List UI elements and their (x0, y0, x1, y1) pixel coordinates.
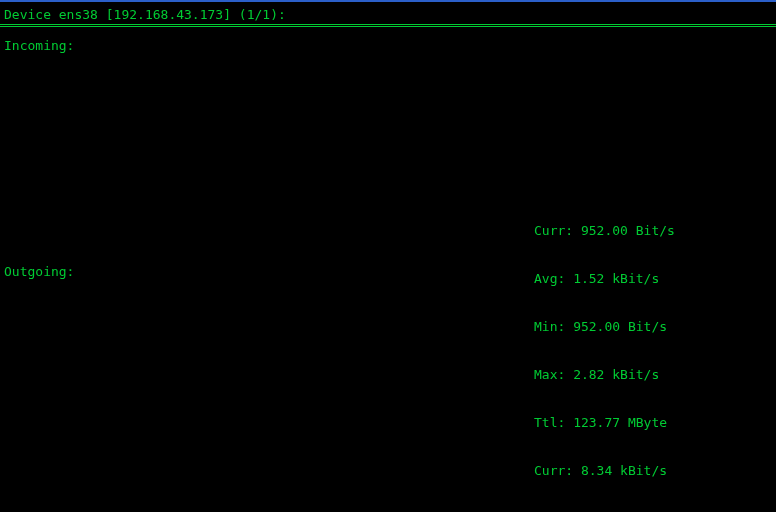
device-header: Device ens38 [192.168.43.173] (1/1): (4, 7, 286, 23)
incoming-ttl-label: Ttl: (534, 415, 573, 430)
incoming-curr-label: Curr: (534, 223, 581, 238)
device-prefix: Device (4, 7, 59, 22)
device-position: (1/1) (239, 7, 278, 22)
incoming-ttl-value: 123.77 MByte (573, 415, 667, 430)
incoming-avg-row: Avg: 1.52 kBit/s (534, 271, 675, 287)
incoming-min-row: Min: 952.00 Bit/s (534, 319, 675, 335)
incoming-stats-block: Curr: 952.00 Bit/s Avg: 1.52 kBit/s Min:… (534, 191, 675, 463)
incoming-avg-label: Avg: (534, 271, 573, 286)
outgoing-stats-block: Curr: 8.34 kBit/s Avg: 8.07 kBit/s Min: … (534, 431, 667, 512)
incoming-max-label: Max: (534, 367, 573, 382)
incoming-max-value: 2.82 kBit/s (573, 367, 659, 382)
outgoing-curr-label: Curr: (534, 463, 581, 478)
device-name: ens38 (59, 7, 98, 22)
incoming-label: Incoming: (4, 38, 74, 54)
incoming-min-label: Min: (534, 319, 573, 334)
incoming-avg-value: 1.52 kBit/s (573, 271, 659, 286)
incoming-ttl-row: Ttl: 123.77 MByte (534, 415, 675, 431)
header-double-rule (0, 24, 776, 27)
header-colon: : (278, 7, 286, 22)
terminal-screen: Device ens38 [192.168.43.173] (1/1): Inc… (0, 0, 776, 228)
outgoing-label: Outgoing: (4, 264, 74, 280)
outgoing-curr-value: 8.34 kBit/s (581, 463, 667, 478)
device-ip: 192.168.43.173 (114, 7, 224, 22)
incoming-curr-value: 952.00 Bit/s (581, 223, 675, 238)
outgoing-curr-row: Curr: 8.34 kBit/s (534, 463, 667, 479)
incoming-max-row: Max: 2.82 kBit/s (534, 367, 675, 383)
incoming-min-value: 952.00 Bit/s (573, 319, 667, 334)
incoming-curr-row: Curr: 952.00 Bit/s (534, 223, 675, 239)
